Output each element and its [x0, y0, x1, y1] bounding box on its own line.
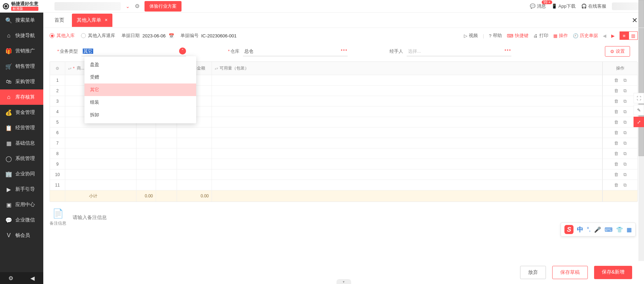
sidebar-item-0[interactable]: 🔍搜索菜单	[0, 13, 43, 28]
sidebar-item-8[interactable]: ▦基础信息	[0, 136, 43, 151]
tab-close-icon[interactable]: ×	[105, 17, 108, 23]
row-delete-icon[interactable]: 🗑	[614, 130, 619, 135]
ime-lang-label[interactable]: 中	[577, 225, 583, 234]
row-copy-icon[interactable]: ⧉	[623, 140, 627, 146]
row-copy-icon[interactable]: ⧉	[623, 119, 627, 125]
ime-punct-icon[interactable]: °,	[587, 226, 591, 233]
sidebar-item-2[interactable]: 🎁营销推广	[0, 43, 43, 59]
sidebar-item-10[interactable]: 🏢企业协同	[0, 166, 43, 182]
ime-skin-icon[interactable]: 👕	[616, 226, 623, 233]
row-delete-icon[interactable]: 🗑	[614, 119, 619, 125]
sidebar-item-13[interactable]: 💬企业微信	[0, 212, 43, 228]
sidebar-collapse-button[interactable]: ◀	[22, 272, 43, 284]
close-all-tabs-icon[interactable]: ✕	[632, 16, 638, 24]
remarks-input[interactable]	[73, 208, 638, 226]
biz-type-option[interactable]: 组装	[84, 96, 196, 109]
footer-collapse-button[interactable]: ▾	[336, 279, 351, 284]
ime-toolbar[interactable]: S 中 °, 🎤 ⌨ 👕 ▦	[561, 223, 636, 236]
toolbar-next-button[interactable]: ▶	[611, 33, 615, 38]
row-delete-icon[interactable]: 🗑	[614, 151, 619, 156]
view-card-button[interactable]: ▥	[629, 31, 638, 40]
column-settings-button[interactable]: ⚙ 设置	[605, 46, 630, 57]
row-delete-icon[interactable]: 🗑	[614, 88, 619, 93]
sidebar-item-9[interactable]: ◯系统管理	[0, 151, 43, 166]
sidebar-item-4[interactable]: 🛍采购管理	[0, 74, 43, 89]
tab-home[interactable]: 首页	[50, 14, 68, 26]
save-draft-button[interactable]: 保存草稿	[552, 266, 588, 279]
warehouse-more-icon[interactable]: •••	[341, 48, 348, 53]
row-copy-icon[interactable]: ⧉	[623, 78, 627, 83]
sidebar-item-12[interactable]: ▣应用中心	[0, 197, 43, 212]
radio-other-inbound-return[interactable]: 其他入库退库	[81, 32, 115, 39]
sidebar-item-11[interactable]: ▶新手引导	[0, 182, 43, 197]
sidebar-item-5[interactable]: ⌂库存核算	[0, 89, 43, 105]
settings-gear-icon[interactable]: ⚙	[135, 3, 140, 9]
toolbar-history-button[interactable]: 🕘历史单据	[573, 32, 598, 39]
biz-type-option[interactable]: 盘盈	[84, 58, 196, 71]
row-copy-icon[interactable]: ⧉	[623, 151, 627, 156]
row-copy-icon[interactable]: ⧉	[623, 88, 627, 94]
sidebar-item-1[interactable]: ⌂快捷导航	[0, 28, 43, 43]
biz-type-option[interactable]: 其它	[84, 83, 196, 96]
cta-try-plan-button[interactable]: 体验行业方案	[145, 1, 182, 12]
row-delete-icon[interactable]: 🗑	[614, 182, 619, 188]
table-row[interactable]: 9	[50, 159, 602, 169]
online-cs-button[interactable]: 🎧 在线客服	[581, 3, 606, 9]
dock-fullscreen-button[interactable]: ⤢	[634, 117, 644, 127]
sidebar-item-6[interactable]: 💰资金管理	[0, 105, 43, 120]
org-caret-icon[interactable]: ⌄	[126, 3, 130, 9]
row-copy-icon[interactable]: ⧉	[623, 99, 627, 104]
th-gear[interactable]: ⚙	[50, 62, 65, 75]
toolbar-hotkey-button[interactable]: ⌨快捷键	[507, 32, 528, 39]
user-avatar-area[interactable]	[612, 2, 641, 10]
view-list-button[interactable]: ≡	[620, 31, 629, 40]
doc-date-value[interactable]: 2023-06-06	[142, 33, 166, 38]
row-delete-icon[interactable]: 🗑	[614, 78, 619, 83]
ime-voice-icon[interactable]: 🎤	[594, 226, 601, 233]
row-copy-icon[interactable]: ⧉	[623, 109, 627, 115]
handler-more-icon[interactable]: •••	[504, 48, 511, 53]
sidebar-item-14[interactable]: V畅会员	[0, 228, 43, 243]
row-delete-icon[interactable]: 🗑	[614, 99, 619, 104]
table-row[interactable]: 6	[50, 128, 602, 138]
biz-type-option[interactable]: 拆卸	[84, 109, 196, 121]
th-available[interactable]: ▴▾可用量（包装）	[212, 62, 602, 75]
dock-expand-button[interactable]: ⛶	[634, 93, 644, 103]
row-delete-icon[interactable]: 🗑	[614, 172, 619, 177]
table-row[interactable]: 11	[50, 180, 602, 190]
handler-input[interactable]: 选择... •••	[407, 47, 511, 56]
row-copy-icon[interactable]: ⧉	[623, 172, 627, 177]
save-and-new-button[interactable]: 保存&新增	[594, 266, 632, 279]
row-copy-icon[interactable]: ⧉	[623, 182, 627, 188]
org-selector[interactable]	[54, 2, 121, 10]
row-delete-icon[interactable]: 🗑	[614, 140, 619, 146]
toolbar-op-button[interactable]: ▦操作	[553, 32, 568, 39]
sidebar-item-3[interactable]: 🛒销售管理	[0, 59, 43, 74]
toolbar-prev-button[interactable]: ◀	[603, 33, 606, 38]
toolbar-print-button[interactable]: 🖨打印	[533, 32, 548, 39]
warehouse-input[interactable]: 总仓 •••	[243, 47, 348, 56]
ime-toolbox-icon[interactable]: ▦	[627, 226, 632, 233]
table-row[interactable]: 8	[50, 148, 602, 159]
row-copy-icon[interactable]: ⧉	[623, 161, 627, 167]
ime-keyboard-icon[interactable]: ⌨	[605, 226, 613, 233]
row-delete-icon[interactable]: 🗑	[614, 109, 619, 114]
calendar-icon[interactable]: 📅	[169, 33, 174, 38]
messages-button[interactable]: 💬 消息 99 +	[530, 3, 546, 9]
table-row[interactable]: 10	[50, 169, 602, 180]
tab-other-inbound[interactable]: 其他入库单 ×	[72, 14, 112, 27]
discard-button[interactable]: 放弃	[520, 266, 546, 279]
radio-other-inbound[interactable]: 其他入库	[50, 32, 75, 39]
row-delete-icon[interactable]: 🗑	[614, 161, 619, 167]
dock-edit-button[interactable]: ✎	[634, 105, 644, 115]
app-download-button[interactable]: 📱 App下载	[552, 3, 576, 9]
biz-type-option[interactable]: 受赠	[84, 71, 196, 83]
table-row[interactable]: 7	[50, 138, 602, 148]
sidebar-item-7[interactable]: 📋经营管理	[0, 120, 43, 136]
chevron-up-icon[interactable]: ˄	[179, 48, 186, 54]
toolbar-video-button[interactable]: ▷视频	[464, 32, 478, 39]
toolbar-help-button[interactable]: ?帮助	[489, 32, 502, 39]
row-copy-icon[interactable]: ⧉	[623, 130, 627, 136]
sidebar-settings-button[interactable]: ⚙	[0, 272, 22, 284]
biz-type-input[interactable]: 其它 ˄	[81, 47, 186, 56]
